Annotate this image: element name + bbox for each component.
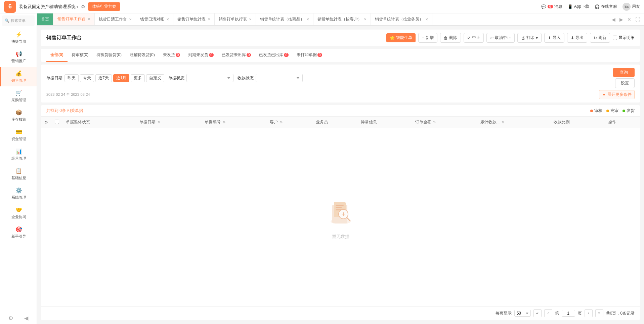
sub-tab-not-shipped[interactable]: 未发货0 [159,49,184,62]
sidebar-search-btn[interactable]: 🔍 搜索菜单 [2,15,35,26]
sidebar-item-inventory[interactable]: 📦 库存核算 [0,106,37,125]
tab-cash-reconcile[interactable]: 钱货日清对账 ✕ [136,13,173,26]
print-btn[interactable]: 🖨 打印 ▾ [517,33,542,43]
date-btn-more[interactable]: 更多 [131,74,145,82]
settings-icon[interactable]: ⚙ [44,120,48,125]
tab-summary-product[interactable]: 销货单统计表（按商品） ✕ [256,13,313,26]
tab-close-icon[interactable]: ✕ [249,17,252,21]
delete-btn[interactable]: 🗑 删除 [440,33,461,43]
sidebar-item-label: 营销推广 [11,58,26,64]
system-dropdown-arrow[interactable]: ▾ [77,5,78,9]
sidebar-item-purchase[interactable]: 🛒 采购管理 [0,86,37,106]
th-number-label: 单据编号 [205,120,221,124]
import-btn[interactable]: ⬆ 导入 [544,33,564,43]
payment-select[interactable] [256,74,303,82]
th-customer[interactable]: 客户 ⇅ [266,117,312,128]
date-btn-yesterday[interactable]: 昨天 [65,74,79,82]
tab-close-icon[interactable]: ✕ [129,17,132,21]
sidebar-item-quick-nav[interactable]: ⚡ 快捷导航 [0,28,37,47]
sub-tab-all[interactable]: 全部(0) [46,49,68,62]
next-page-btn[interactable]: › [585,309,593,317]
show-details-checkbox[interactable] [613,36,617,40]
query-btn[interactable]: 查询 [613,68,635,77]
tab-close-icon[interactable]: ✕ [208,17,210,21]
sidebar-item-system[interactable]: ⚙️ 系统管理 [0,184,37,203]
tab-scroll-left-btn[interactable]: ◀ [610,16,617,23]
sub-tab-wangpu[interactable]: 旺铺待发货(0) [126,49,159,62]
export-btn[interactable]: ⬇ 导出 [567,33,587,43]
sidebar-collapse-icon[interactable]: ◀ [24,315,28,321]
audit-action-btn[interactable]: 审核 [590,108,602,114]
sidebar-item-finance[interactable]: 💳 资金管理 [0,125,37,145]
tab-home[interactable]: 首页 [37,13,53,26]
tab-close-icon[interactable]: ✕ [88,17,90,21]
cancel-stop-btn[interactable]: ↩ 取消中止 [486,33,515,43]
expand-filter-btn[interactable]: ▼ 展开更多条件 [599,90,635,99]
sidebar-item-basic[interactable]: 📋 基础信息 [0,164,37,184]
tab-summary-staff[interactable]: 销货单统计表（按业务员） ✕ [371,13,432,26]
sidebar-item-marketing[interactable]: 📢 营销推广 [0,47,37,67]
date-btn-custom[interactable]: 自定义 [146,74,164,82]
sidebar-item-sales[interactable]: 💰 销售管理 [0,67,37,86]
last-page-btn[interactable]: » [595,309,603,317]
date-btn-today[interactable]: 今天 [80,74,94,82]
sub-tab-shipped-not-out[interactable]: 已发货未出库0 [218,49,255,62]
page-number-input[interactable] [562,310,575,317]
sub-tab-label: 已发货已出库0 [259,52,289,57]
first-page-btn[interactable]: « [533,309,542,317]
system-settings-icon[interactable]: ⚙ [81,4,85,9]
page-size-select[interactable]: 20 50 100 [514,310,531,317]
tab-close-icon[interactable]: ✕ [364,17,367,21]
sub-tab-pending-review[interactable]: 待审核(0) [68,49,93,62]
ship-action-btn[interactable]: 发货 [622,108,635,114]
sub-tab-pending-inspect[interactable]: 待拣货验货(0) [92,49,126,62]
date-btn-7days[interactable]: 近7天 [95,74,112,82]
app-download-item[interactable]: 📱 App下载 [568,4,589,9]
sidebar-item-operation[interactable]: 📊 经营管理 [0,145,37,164]
show-details-label[interactable]: 显示明细 [613,35,635,41]
tab-scroll-right-btn[interactable]: ▶ [618,16,625,23]
th-amount[interactable]: 订单金额 ⇅ [412,117,477,128]
status-select[interactable] [186,74,233,82]
online-service-item[interactable]: 🎧 在线客服 [595,4,617,9]
result-count-value: 0条 [59,108,66,113]
sidebar-item-enterprise[interactable]: 🤝 企业协同 [0,203,37,223]
tab-sales-exec[interactable]: 销售订单执行表 ✕ [215,13,256,26]
tab-sales-workbench[interactable]: 销售订单工作台 ✕ [53,13,95,26]
th-number[interactable]: 单据编号 ⇅ [201,117,266,128]
add-btn[interactable]: + 新增 [418,33,437,43]
set-btn[interactable]: 设置 [615,78,635,88]
th-collected[interactable]: 累计收款... ⇅ [477,117,550,128]
date-btn-1month[interactable]: 近1月 [113,74,130,82]
tab-sales-stats[interactable]: 销售订单统计表 ✕ [173,13,215,26]
stop-btn[interactable]: ⊘ 中止 [464,33,484,43]
cancel-action-btn[interactable]: 充审 [606,108,618,114]
sub-tab-expired-not-shipped[interactable]: 到期未发货0 [184,49,218,62]
sidebar-item-guide[interactable]: 🎯 新手引导 [0,223,37,242]
print-dropdown-arrow[interactable]: ▾ [536,36,538,40]
app-download-label: App下载 [574,4,589,9]
tab-close-icon[interactable]: ✕ [425,17,428,21]
refresh-btn[interactable]: ↻ 刷新 [590,33,610,43]
sub-tab-not-printed[interactable]: 未打印单据0 [293,49,326,62]
tab-close-all-btn[interactable]: ✕ [626,16,633,23]
sub-tab-shipped-out[interactable]: 已发货已出库0 [255,49,293,62]
smart-btn[interactable]: 🌟 智能生单 [386,33,416,42]
tab-cash-daily[interactable]: 钱货日清工作台 ✕ [95,13,136,26]
tab-maximize-btn[interactable]: ⛶ [634,16,641,23]
sidebar-settings-icon[interactable]: ⚙ [8,315,13,321]
delete-icon: 🗑 [444,36,448,40]
top-header-left: 6 装备及固定资产辅助管理系统 ▾ ⚙ 体验行业方案 [4,1,120,13]
th-salesperson[interactable]: 业务员 [312,117,357,128]
tab-summary-customer[interactable]: 销货单统计表（按客户） ✕ [313,13,371,26]
tab-close-icon[interactable]: ✕ [306,17,309,21]
messages-item[interactable]: 💬 6 消息 [541,4,562,9]
experience-btn[interactable]: 体验行业方案 [88,2,120,11]
th-date[interactable]: 单据日期 ⇅ [136,117,201,128]
table-scroll-container[interactable]: ⚙ 单据整体状态 单据日期 ⇅ [41,117,640,128]
select-all-checkbox[interactable] [55,120,59,124]
user-item[interactable]: Ea 用友 [622,3,640,11]
tab-close-icon[interactable]: ✕ [166,17,169,21]
prev-page-btn[interactable]: ‹ [544,309,552,317]
tab-label: 销售订单工作台 [57,16,86,22]
